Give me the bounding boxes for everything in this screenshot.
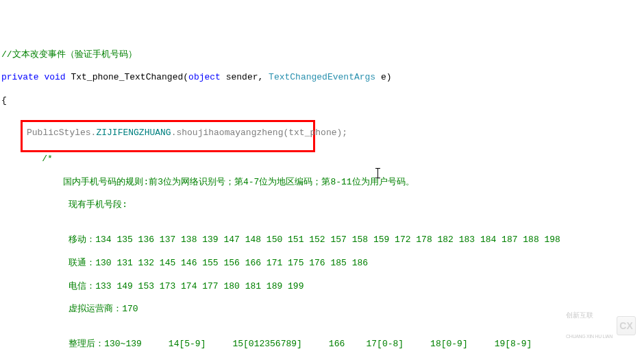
comment-summary: 整理后：130~139 14[5-9] 15[012356789] 166 17… (1, 339, 643, 350)
block-comment-start: /* (1, 154, 643, 165)
method-signature: private void Txt_phone_TextChanged(objec… (1, 72, 643, 84)
comment-virtual: 虚拟运营商：170 (1, 304, 643, 315)
comment-rule: 国内手机号码的规则:前3位为网络识别号；第4-7位为地区编码；第8-11位为用户… (1, 177, 643, 189)
comment-mobile: 移动：134 135 136 137 138 139 147 148 150 1… (1, 235, 643, 246)
watermark-text: 创新互联 CHUANG XIN HU LIAN (566, 296, 612, 355)
watermark: 创新互联 CHUANG XIN HU LIAN CX (566, 296, 636, 355)
text-cursor-icon (377, 168, 378, 178)
highlighted-code-box: PublicStyles.ZIJIFENGZHUANG.shoujihaomay… (21, 120, 315, 152)
watermark-logo-icon: CX (617, 316, 636, 335)
comment-unicom: 联通：130 131 132 145 146 155 156 166 171 1… (1, 258, 643, 269)
comment-line: //文本改变事件（验证手机号码） (1, 49, 643, 61)
comment-segments-header: 现有手机号段: (1, 200, 643, 211)
brace-open: { (1, 95, 643, 107)
comment-telecom: 电信：133 149 153 173 174 177 180 181 189 1… (1, 281, 643, 293)
